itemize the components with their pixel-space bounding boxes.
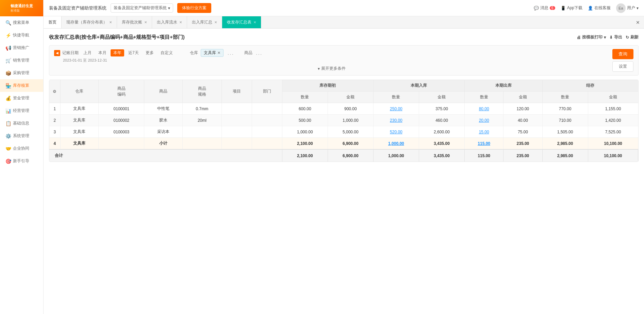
avatar: Ea [616,3,626,13]
tab-0[interactable]: 首页 [44,16,62,29]
sidebar-label-operation: 经营管理 [13,108,29,114]
th-opening-group: 库存期初 [282,80,373,92]
date-btn-更多[interactable]: 更多 [143,49,156,56]
tab-close-2[interactable]: ✕ [144,20,147,24]
warehouse-tag: 文具库 ✕ [201,49,224,57]
cell-warehouse: 文具库 [60,138,99,150]
online-service-group[interactable]: 👤 在线客服 [588,5,611,11]
warehouse-tag-close[interactable]: ✕ [217,51,220,55]
cell-in-qty[interactable]: 230.00 [373,115,419,126]
tab-close-1[interactable]: ✕ [109,20,112,24]
chevron-down-icon: ▾ [637,6,639,11]
tab-1[interactable]: 现存量（库存分布表） ✕ [62,16,117,29]
sidebar-item-inventory[interactable]: 🏪库存核算 [0,79,43,92]
sidebar-item-purchase[interactable]: 📦采购管理 [0,67,43,79]
sidebar-icon-search: 🔍 [5,20,11,26]
tab-2[interactable]: 库存批次账 ✕ [117,16,152,29]
goods-label: 商品 [244,50,252,56]
sidebar-item-newbie[interactable]: 🎯新手引导 [0,155,43,167]
page-title-text: 收发存汇总表(按仓库+商品编码+商品+规格型号+项目+部门) [49,34,185,40]
cell-in-qty[interactable]: 250.00 [373,103,419,115]
cell-out-qty[interactable]: 15.00 [465,126,503,138]
cell-close-amt: 1,155.00 [588,103,638,115]
date-btn-近7天[interactable]: 近7天 [126,49,142,56]
date-btn-上月[interactable]: 上月 [81,49,94,56]
app-download-group[interactable]: 📱 App下载 [561,5,582,11]
system-select[interactable]: 装备及固定资产辅助管理系统 ▾ [111,3,173,13]
message-label: 消息 [540,5,548,11]
main-content: 收发存汇总表(按仓库+商品编码+商品+规格型号+项目+部门) 🖨 按模板打印 ▾… [44,29,644,314]
th-warehouse: 仓库 [60,80,99,103]
sidebar-icon-sales: 🛒 [5,58,11,63]
cell-dept [252,115,282,126]
sidebar-label-collab: 企业协同 [13,146,29,151]
th-out-group: 本期出库 [465,80,543,92]
filter-toggle-icon[interactable]: ◀ [54,50,60,56]
refresh-button[interactable]: ↻ 刷新 [626,34,639,40]
export-label: 导出 [614,34,622,40]
cell-project [221,103,252,115]
tab-4[interactable]: 出入库汇总 ✕ [187,16,222,29]
print-button[interactable]: 🖨 按模板打印 ▾ [577,34,606,40]
export-button[interactable]: ⬇ 导出 [609,34,622,40]
cell-out-amt: 75.00 [503,126,542,138]
cell-close-qty: 2,985.00 [542,138,588,150]
sidebar-item-collab[interactable]: 🤝企业协同 [0,142,43,155]
cell-open-qty: 500.00 [282,115,328,126]
query-button[interactable]: 查询 [612,49,633,59]
message-group[interactable]: 💬 消息 6 [534,5,555,11]
th-out-amt: 金额 [503,92,542,103]
th-settings[interactable]: ⚙ [49,80,60,103]
sidebar-item-sales[interactable]: 🛒销售管理 [0,54,43,67]
sidebar-item-search[interactable]: 🔍搜索菜单 [0,16,43,29]
trial-button[interactable]: 体验行业方案 [177,3,211,13]
tab-3[interactable]: 出入库流水 ✕ [152,16,187,29]
sidebar-icon-system: ⚙️ [5,133,11,139]
goods-ellipsis[interactable]: ... [256,50,262,56]
sidebar-item-marketing[interactable]: 📢营销推广 [0,42,43,54]
expand-more-btn[interactable]: ▾ 展开更多条件 [54,66,609,71]
cell-out-qty[interactable]: 20.00 [465,115,503,126]
tab-label-2: 库存批次账 [122,19,142,25]
footer-open-amt: 6,900.00 [328,149,373,162]
cell-in-qty[interactable]: 520.00 [373,126,419,138]
sidebar-item-finance[interactable]: 💰资金管理 [0,92,43,104]
date-btn-本月[interactable]: 本月 [96,49,109,56]
date-range-display: 2023-01-01 至 2023-12-31 [63,58,609,63]
th-goods-name: 商品 [144,80,183,103]
warehouse-tag-text: 文具库 [204,50,216,56]
close-all-tabs-button[interactable]: ✕ [632,20,644,25]
cell-out-qty[interactable]: 80.00 [465,103,503,115]
th-out-qty: 数量 [465,92,503,103]
date-btn-自定义[interactable]: 自定义 [158,49,176,56]
cell-dept [252,126,282,138]
sidebar-item-operation[interactable]: 📊经营管理 [0,104,43,117]
tab-close-4[interactable]: ✕ [214,20,217,24]
date-btn-本年[interactable]: 本年 [111,49,124,56]
sidebar-item-quick-nav[interactable]: ⚡快捷导航 [0,29,43,42]
tab-close-3[interactable]: ✕ [179,20,182,24]
cell-out-amt: 40.00 [503,115,542,126]
expand-label: 展开更多条件 [321,66,346,71]
warehouse-ellipsis[interactable]: ... [228,50,234,56]
tab-close-5[interactable]: ✕ [253,20,256,24]
sidebar-item-system[interactable]: ⚙️系统管理 [0,130,43,142]
logo-text: 畅捷通好生意 [11,3,33,8]
date-range-text: 2023-01-01 至 2023-12-31 [63,58,107,62]
cell-open-amt: 1,000.00 [328,115,373,126]
cell-in-qty: 1,000.00 [373,138,419,150]
app-download-label: App下载 [567,5,582,11]
cell-out-amt: 235.00 [503,138,542,150]
sidebar-item-basic[interactable]: 📋基础信息 [0,117,43,130]
user-group[interactable]: Ea 用户 ▾ [616,3,639,13]
sidebar-icon-newbie: 🎯 [5,159,11,164]
user-label: 用户 [627,5,635,11]
footer-row: 合计 2,100.00 6,900.00 1,000.00 3,435.00 1… [49,149,638,162]
cell-close-qty: 1,505.00 [542,126,588,138]
footer-open-qty: 2,100.00 [282,149,328,162]
th-goods-spec: 商品规格 [183,80,221,103]
cell-warehouse: 文具库 [60,126,99,138]
tab-5[interactable]: 收发存汇总表 ✕ [222,16,261,29]
footer-in-amt: 3,435.00 [419,149,464,162]
settings-button[interactable]: 设置 [612,61,633,72]
